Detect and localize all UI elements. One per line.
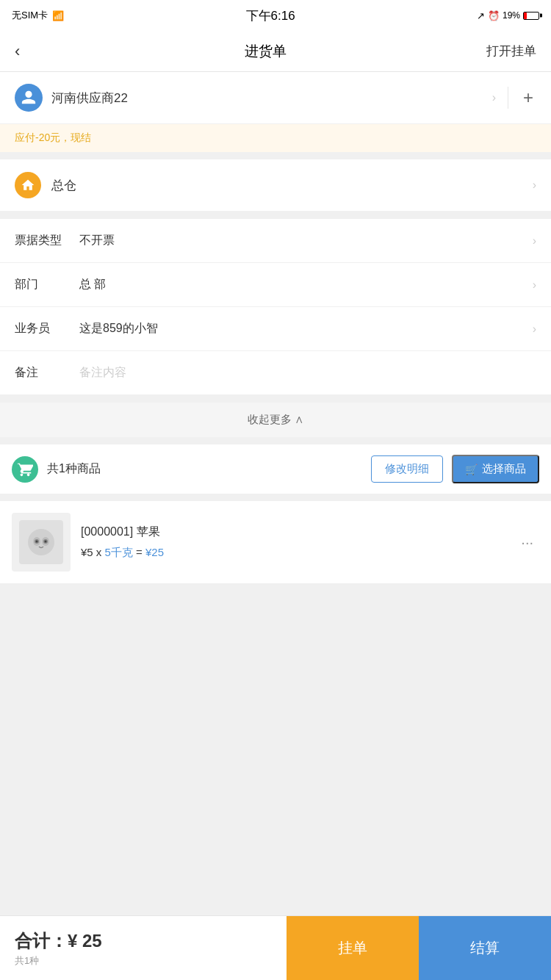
status-left: 无SIM卡 📶 (12, 9, 64, 22)
product-unit-price: ¥5 x (81, 546, 105, 558)
carrier-label: 无SIM卡 (12, 9, 48, 22)
status-right: ↗ ⏰ 19% (477, 10, 539, 21)
svg-point-6 (45, 541, 47, 543)
back-button[interactable]: ‹ (15, 42, 44, 61)
svg-point-5 (36, 541, 38, 543)
products-card: 共1种商品 修改明细 🛒 选择商品 (0, 444, 551, 494)
form-card: 票据类型 不开票 › 部门 总 部 › 业务员 这是859的小智 › 备注 备注… (0, 219, 551, 395)
supplier-divider (508, 87, 508, 109)
warehouse-card: 总仓 › (0, 159, 551, 212)
edit-detail-button[interactable]: 修改明细 (371, 455, 443, 483)
product-name: [0000001] 苹果 (81, 525, 505, 540)
bottom-spacer (0, 583, 551, 649)
settle-label: 结算 (470, 938, 500, 958)
supplier-notice: 应付-20元，现结 (0, 124, 551, 152)
products-count: 共1种商品 (47, 461, 362, 477)
invoice-type-value: 不开票 (73, 233, 533, 248)
invoice-type-row[interactable]: 票据类型 不开票 › (0, 219, 551, 263)
warehouse-row[interactable]: 总仓 › (0, 159, 551, 212)
settle-button[interactable]: 结算 (419, 916, 551, 980)
product-thumbnail (12, 513, 71, 572)
product-thumb-inner (19, 520, 63, 564)
salesperson-value: 这是859的小智 (73, 321, 533, 336)
alarm-icon: ⏰ (488, 10, 500, 21)
battery-percent: 19% (503, 10, 520, 21)
warehouse-chevron-icon: › (533, 179, 536, 192)
product-info: [0000001] 苹果 ¥5 x 5千克 = ¥25 (81, 525, 505, 560)
invoice-type-chevron-icon: › (533, 234, 536, 248)
cart-icon: 🛒 (465, 464, 478, 475)
bottom-bar: 合计：¥ 25 共1种 挂单 结算 (0, 915, 551, 980)
battery-icon (523, 12, 539, 20)
status-bar: 无SIM卡 📶 下午6:16 ↗ ⏰ 19% (0, 0, 551, 31)
salesperson-chevron-icon: › (533, 323, 536, 336)
select-product-label: 选择商品 (482, 462, 526, 476)
supplier-name[interactable]: 河南供应商22 (51, 90, 492, 107)
supplier-card: 河南供应商22 › + 应付-20元，现结 (0, 72, 551, 152)
total-main: 合计：¥ 25 (15, 929, 272, 953)
warehouse-label: 总仓 (51, 177, 533, 194)
status-time: 下午6:16 (246, 7, 295, 24)
products-header: 共1种商品 修改明细 🛒 选择商品 (0, 444, 551, 494)
collapse-label: 收起更多 ∧ (248, 413, 303, 427)
salesperson-label: 业务员 (15, 321, 73, 336)
main-content: 河南供应商22 › + 应付-20元，现结 总仓 › 票据类型 不开票 › 部门… (0, 72, 551, 649)
add-supplier-button[interactable]: + (520, 87, 536, 108)
product-price: ¥5 x 5千克 = ¥25 (81, 546, 505, 560)
total-label: 合计： (15, 931, 68, 951)
total-amount: ¥ 25 (68, 931, 102, 951)
select-product-button[interactable]: 🛒 选择商品 (452, 455, 539, 483)
product-equals: = (133, 546, 145, 558)
collapse-button[interactable]: 收起更多 ∧ (0, 403, 551, 437)
department-row[interactable]: 部门 总 部 › (0, 263, 551, 307)
products-icon (12, 456, 38, 483)
supplier-row: 河南供应商22 › + (0, 72, 551, 124)
product-item: [0000001] 苹果 ¥5 x 5千克 = ¥25 ··· (0, 501, 551, 583)
location-icon: ↗ (477, 10, 485, 21)
nav-bar: ‹ 进货单 打开挂单 (0, 31, 551, 72)
remark-row[interactable]: 备注 备注内容 (0, 351, 551, 395)
remark-input[interactable]: 备注内容 (73, 365, 536, 381)
total-sub: 共1种 (15, 954, 272, 968)
pending-label: 挂单 (338, 938, 367, 958)
svg-point-0 (28, 529, 54, 555)
invoice-type-label: 票据类型 (15, 233, 73, 248)
remark-label: 备注 (15, 365, 73, 381)
supplier-chevron-icon: › (492, 91, 496, 104)
salesperson-row[interactable]: 业务员 这是859的小智 › (0, 307, 551, 351)
wifi-icon: 📶 (52, 10, 64, 21)
pending-button[interactable]: 挂单 (287, 916, 419, 980)
product-more-button[interactable]: ··· (515, 531, 539, 554)
warehouse-icon (15, 172, 41, 198)
supplier-avatar (15, 84, 43, 112)
product-total: ¥25 (145, 546, 164, 558)
department-chevron-icon: › (533, 278, 536, 292)
page-title: 进货单 (245, 42, 287, 61)
department-label: 部门 (15, 277, 73, 292)
department-value: 总 部 (73, 277, 533, 292)
product-qty: 5千克 (105, 546, 133, 558)
bottom-total: 合计：¥ 25 共1种 (0, 916, 287, 980)
open-pending-button[interactable]: 打开挂单 (486, 43, 536, 60)
